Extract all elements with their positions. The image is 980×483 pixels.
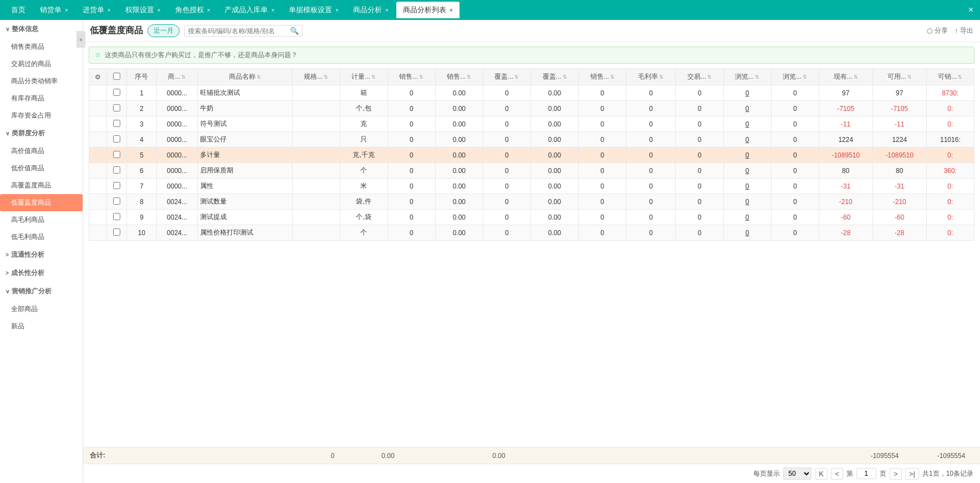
close-icon[interactable]: × <box>385 7 389 13</box>
nav-tab-sales[interactable]: 销货单 × <box>33 2 75 18</box>
prev-page-button[interactable]: < <box>831 468 843 480</box>
col-gross-rate[interactable]: 毛利率⇅ <box>626 69 676 85</box>
col-browse2[interactable]: 浏览...⇅ <box>771 69 819 85</box>
row-browse1[interactable]: 0 <box>723 101 771 116</box>
sidebar-item-high-value[interactable]: 高价值商品 <box>0 143 83 160</box>
settings-icon[interactable]: ⚙ <box>95 73 101 81</box>
col-name[interactable]: 商品名称⇅ <box>198 69 293 85</box>
share-button[interactable]: ⬡ 分享 <box>927 26 948 35</box>
sidebar-item-high-profit[interactable]: 高毛利商品 <box>0 211 83 228</box>
sidebar-item-stocked-goods[interactable]: 有库存商品 <box>0 90 83 107</box>
row-select-checkbox[interactable] <box>113 213 120 220</box>
nav-tab-role[interactable]: 角色授权 × <box>169 2 217 18</box>
row-browse1[interactable]: 0 <box>723 116 771 132</box>
close-icon[interactable]: × <box>450 7 453 13</box>
nav-tab-template[interactable]: 单据模板设置 × <box>282 2 345 18</box>
row-checkbox[interactable] <box>107 101 127 116</box>
sidebar-item-sales-goods[interactable]: 销售类商品 <box>0 38 83 55</box>
last-page-button[interactable]: >| <box>905 468 919 480</box>
sidebar-item-new-goods[interactable]: 新品 <box>0 318 83 335</box>
sidebar-item-stock-capital[interactable]: 库存资金占用 <box>0 107 83 124</box>
sidebar-item-low-value[interactable]: 低价值商品 <box>0 160 83 177</box>
close-icon[interactable]: × <box>335 7 339 13</box>
row-browse1[interactable]: 0 <box>723 179 771 194</box>
per-page-select[interactable]: 50 100 200 <box>783 467 811 480</box>
nav-tab-analysis-list[interactable]: 商品分析列表 × <box>396 2 460 18</box>
row-select-checkbox[interactable] <box>113 228 120 236</box>
row-select-checkbox[interactable] <box>113 104 120 111</box>
row-select-checkbox[interactable] <box>113 197 120 205</box>
sidebar-section-cluster[interactable]: ∨ 类群度分析 <box>0 124 83 143</box>
col-cover1[interactable]: 覆盖...⇅ <box>483 69 530 85</box>
nav-tab-home[interactable]: 首页 <box>4 2 32 18</box>
nav-tab-permission[interactable]: 权限设置 × <box>119 2 167 18</box>
select-all-checkbox[interactable] <box>113 73 120 80</box>
col-settings[interactable]: ⚙ <box>89 69 107 85</box>
sidebar-section-marketing[interactable]: ∨ 营销推广分析 <box>0 282 83 301</box>
sidebar-item-low-coverage[interactable]: 低覆盖度商品 <box>0 194 83 211</box>
col-cover2[interactable]: 覆盖...⇅ <box>530 69 578 85</box>
sidebar-section-flow[interactable]: > 流通性分析 <box>0 246 83 264</box>
col-available[interactable]: 可用...⇅ <box>872 69 926 85</box>
sidebar-item-traded-goods[interactable]: 交易过的商品 <box>0 55 83 73</box>
window-close-button[interactable]: × <box>966 3 976 17</box>
first-page-button[interactable]: K <box>815 468 828 480</box>
row-browse1[interactable]: 0 <box>723 85 771 101</box>
row-browse1[interactable]: 0 <box>723 210 771 225</box>
col-sales-amt[interactable]: 销售...⇅ <box>435 69 483 85</box>
sidebar-item-category-rate[interactable]: 商品分类动销率 <box>0 73 83 90</box>
row-checkbox[interactable] <box>107 179 127 194</box>
row-browse1[interactable]: 0 <box>723 132 771 148</box>
nav-tab-analysis[interactable]: 商品分析 × <box>346 2 395 18</box>
row-checkbox[interactable] <box>107 132 127 148</box>
row-checkbox[interactable] <box>107 210 127 225</box>
row-checkbox[interactable] <box>107 225 127 241</box>
close-icon[interactable]: × <box>207 7 211 13</box>
row-browse1[interactable]: 0 <box>723 163 771 179</box>
col-unit[interactable]: 计量...⇅ <box>340 69 387 85</box>
row-select-checkbox[interactable] <box>113 120 120 127</box>
col-spec[interactable]: 规格...⇅ <box>292 69 340 85</box>
col-trade[interactable]: 交易...⇅ <box>676 69 723 85</box>
close-icon[interactable]: × <box>271 7 274 13</box>
row-browse1[interactable]: 0 <box>723 194 771 210</box>
col-saleable[interactable]: 可销...⇅ <box>926 69 974 85</box>
row-select-checkbox[interactable] <box>113 89 120 96</box>
sidebar-item-all-goods[interactable]: 全部商品 <box>0 301 83 318</box>
close-icon[interactable]: × <box>157 7 161 13</box>
next-page-button[interactable]: > <box>890 468 902 480</box>
col-browse1[interactable]: 浏览...⇅ <box>723 69 771 85</box>
nav-tab-product-in[interactable]: 产成品入库单 × <box>218 2 281 18</box>
search-icon[interactable]: 🔍 <box>290 27 299 35</box>
row-select-checkbox[interactable] <box>113 166 120 174</box>
nav-tab-purchase[interactable]: 进货单 × <box>76 2 118 18</box>
col-sales2[interactable]: 销售...⇅ <box>579 69 626 85</box>
col-checkbox[interactable] <box>107 69 127 85</box>
sidebar-section-overall[interactable]: ∨ 整体信息 <box>0 20 83 38</box>
row-checkbox[interactable] <box>107 148 127 163</box>
row-select-checkbox[interactable] <box>113 182 120 189</box>
row-checkbox[interactable] <box>107 116 127 132</box>
row-unit: 米 <box>340 179 387 194</box>
date-filter-button[interactable]: 近一月 <box>147 24 180 37</box>
close-icon[interactable]: × <box>65 7 68 13</box>
row-select-checkbox[interactable] <box>113 151 120 158</box>
sidebar-item-high-coverage[interactable]: 高覆盖度商品 <box>0 177 83 194</box>
sidebar-section-growth[interactable]: > 成长性分析 <box>0 264 83 282</box>
col-code[interactable]: 商...⇅ <box>156 69 197 85</box>
row-select-checkbox[interactable] <box>113 135 120 143</box>
sidebar-item-low-profit[interactable]: 低毛利商品 <box>0 228 83 246</box>
row-saleable: 0: <box>926 116 974 132</box>
sidebar-collapse-button[interactable]: « <box>76 31 85 48</box>
col-sales-qty[interactable]: 销售...⇅ <box>387 69 435 85</box>
row-checkbox[interactable] <box>107 163 127 179</box>
row-checkbox[interactable] <box>107 85 127 101</box>
row-browse1[interactable]: 0 <box>723 225 771 241</box>
export-button[interactable]: ↑ 导出 <box>955 26 973 35</box>
row-browse1[interactable]: 0 <box>723 148 771 163</box>
col-current-stock[interactable]: 现有...⇅ <box>819 69 872 85</box>
close-icon[interactable]: × <box>108 7 111 13</box>
row-checkbox[interactable] <box>107 194 127 210</box>
search-input[interactable] <box>188 27 288 35</box>
page-number-input[interactable] <box>856 468 876 479</box>
